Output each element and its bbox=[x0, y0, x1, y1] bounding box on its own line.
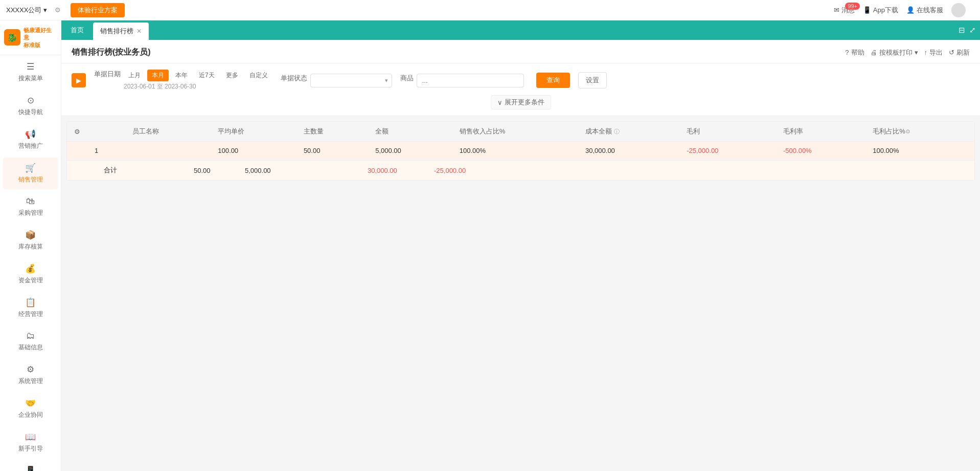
logo-text: 畅康通好生意标准版 bbox=[24, 27, 57, 49]
settings-icon[interactable]: ⚙ bbox=[51, 4, 64, 17]
refresh-icon: ↺ bbox=[949, 49, 954, 56]
online-service-button[interactable]: 👤 在线客服 bbox=[906, 6, 943, 15]
layout: 🐉 畅康通好生意标准版 ☰ 搜索菜单 ⊙ 快捷导航 📢 营销推广 🛒 销售管理 … bbox=[0, 20, 980, 471]
basic-icon: 🗂 bbox=[26, 331, 35, 341]
status-filter-group: 单据状态 bbox=[281, 74, 392, 87]
app-icon: 📱 bbox=[863, 6, 871, 14]
marketing-icon: 📢 bbox=[25, 129, 36, 140]
help-button[interactable]: ? 帮助 bbox=[845, 48, 864, 57]
sidebar: 🐉 畅康通好生意标准版 ☰ 搜索菜单 ⊙ 快捷导航 📢 营销推广 🛒 销售管理 … bbox=[0, 20, 61, 471]
status-select[interactable] bbox=[310, 74, 392, 87]
table-head: ⚙ 员工名称 平均单价 主数量 全额 销售收入占比% 成本全额 ⓘ 毛利 毛利率 bbox=[67, 122, 974, 142]
profit-pct-icon: ⚙ bbox=[905, 128, 910, 134]
th-qty: 主数量 bbox=[297, 122, 368, 142]
sidebar-item-system[interactable]: ⚙ 系统管理 bbox=[3, 359, 58, 391]
footer-amount: 5,000.00 bbox=[238, 167, 299, 174]
footer-profit: -25,000.00 bbox=[427, 167, 488, 174]
message-button[interactable]: ✉ 消息 99+ bbox=[834, 6, 855, 15]
th-profit-rate: 毛利率 bbox=[776, 122, 865, 142]
sidebar-item-finance[interactable]: 💰 资金管理 bbox=[3, 258, 58, 290]
th-amount: 全额 bbox=[368, 122, 452, 142]
expand-more-btn[interactable]: ∨ 展开更多条件 bbox=[491, 95, 551, 109]
query-button[interactable]: 查询 bbox=[536, 73, 570, 88]
table-header-row: ⚙ 员工名称 平均单价 主数量 全额 销售收入占比% 成本全额 ⓘ 毛利 毛利率 bbox=[67, 122, 974, 142]
th-avg-price: 平均单价 bbox=[211, 122, 297, 142]
sidebar-item-quick[interactable]: ⊙ 快捷导航 bbox=[3, 90, 58, 122]
filter-row: ▶ 单据日期 上月 本月 本年 近7天 更多 自定义 bbox=[72, 70, 970, 91]
avatar[interactable] bbox=[951, 3, 966, 17]
page-title: 销售排行榜(按业务员) bbox=[72, 47, 151, 58]
th-rank bbox=[87, 122, 125, 142]
table-container: ⚙ 员工名称 平均单价 主数量 全额 销售收入占比% 成本全额 ⓘ 毛利 毛利率 bbox=[66, 121, 975, 181]
app-label: App下载 bbox=[873, 6, 898, 15]
main-content: 首页 销售排行榜 ✕ ⊟ ⤢ 销售排行榜(按业务员) ? 帮助 bbox=[61, 20, 980, 471]
table-footer: 合计 50.00 5,000.00 30,000.00 -25,000.00 bbox=[67, 160, 974, 180]
message-icon: ✉ bbox=[834, 6, 839, 14]
td-cost: 30,000.00 bbox=[578, 142, 679, 160]
message-badge: 99+ bbox=[845, 3, 860, 10]
tab-sales-ranking-label: 销售排行榜 bbox=[100, 27, 133, 36]
sidebar-item-purchase[interactable]: 🛍 采购管理 bbox=[3, 191, 58, 222]
print-dropdown-icon: ▾ bbox=[915, 49, 918, 56]
sidebar-item-search[interactable]: ☰ 搜索菜单 bbox=[3, 56, 58, 88]
sales-icon: 🛒 bbox=[25, 163, 36, 173]
td-settings bbox=[67, 142, 87, 160]
sidebar-item-sales[interactable]: 🛒 销售管理 bbox=[3, 158, 58, 189]
date-tab-custom[interactable]: 自定义 bbox=[245, 70, 272, 81]
sidebar-item-basic[interactable]: 🗂 基础信息 bbox=[3, 326, 58, 357]
top-bar-right: ✉ 消息 99+ 📱 App下载 👤 在线客服 bbox=[834, 3, 974, 17]
enterprise-icon: 🤝 bbox=[25, 398, 36, 409]
company-selector[interactable]: XXXXX公司 ▾ bbox=[6, 6, 47, 15]
goods-label: 商品 bbox=[400, 74, 414, 83]
apps-icon: 📱 bbox=[25, 465, 36, 471]
sidebar-item-marketing[interactable]: 📢 营销推广 bbox=[3, 124, 58, 155]
date-label: 单据日期 bbox=[94, 70, 121, 79]
td-amount: 5,000.00 bbox=[368, 142, 452, 160]
filter-toggle-btn[interactable]: ▶ bbox=[72, 73, 86, 87]
goods-input[interactable] bbox=[417, 74, 524, 87]
sidebar-item-operations[interactable]: 📋 经营管理 bbox=[3, 292, 58, 324]
app-download-button[interactable]: 📱 App下载 bbox=[863, 6, 898, 15]
refresh-button[interactable]: ↺ 刷新 bbox=[949, 48, 970, 57]
th-employee: 员工名称 bbox=[125, 122, 211, 142]
export-button[interactable]: ↑ 导出 bbox=[924, 48, 943, 57]
sidebar-item-enterprise[interactable]: 🤝 企业协同 bbox=[3, 393, 58, 424]
sidebar-logo: 🐉 畅康通好生意标准版 bbox=[0, 20, 61, 55]
sidebar-item-finance-label: 资金管理 bbox=[18, 276, 43, 285]
td-qty: 50.00 bbox=[297, 142, 368, 160]
date-tab-more[interactable]: 更多 bbox=[221, 70, 243, 81]
date-tab-thismonth[interactable]: 本月 bbox=[147, 70, 169, 81]
tab-sales-ranking[interactable]: 销售排行榜 ✕ bbox=[93, 23, 149, 40]
tab-expand-icon[interactable]: ⤢ bbox=[969, 26, 976, 35]
search-menu-icon: ☰ bbox=[27, 61, 34, 72]
td-profit-rate: -500.00% bbox=[776, 142, 865, 160]
th-profit-pct: 毛利占比%⚙ bbox=[865, 122, 974, 142]
settings-button[interactable]: 设置 bbox=[578, 72, 607, 88]
tab-close-icon[interactable]: ✕ bbox=[136, 28, 142, 35]
table-row: 1 100.00 50.00 5,000.00 100.00% 30,000.0… bbox=[67, 142, 974, 160]
trial-button[interactable]: 体验行业方案 bbox=[71, 3, 125, 17]
sidebar-item-sales-label: 销售管理 bbox=[18, 175, 43, 184]
inventory-icon: 📦 bbox=[25, 230, 36, 240]
date-tabs: 上月 本月 本年 近7天 更多 自定义 bbox=[124, 70, 272, 81]
expand-more-label: 展开更多条件 bbox=[505, 98, 544, 107]
date-tab-thisyear[interactable]: 本年 bbox=[171, 70, 192, 81]
tab-bar: 首页 销售排行榜 ✕ ⊟ ⤢ bbox=[61, 20, 980, 40]
service-icon: 👤 bbox=[906, 6, 915, 14]
table-wrap: ⚙ 员工名称 平均单价 主数量 全额 销售收入占比% 成本全额 ⓘ 毛利 毛利率 bbox=[67, 122, 974, 160]
date-tab-7days[interactable]: 近7天 bbox=[194, 70, 219, 81]
tab-home[interactable]: 首页 bbox=[61, 20, 93, 40]
filter-area: ▶ 单据日期 上月 本月 本年 近7天 更多 自定义 bbox=[61, 63, 980, 116]
tab-minimize-icon[interactable]: ⊟ bbox=[959, 26, 965, 35]
footer-cost: 30,000.00 bbox=[360, 167, 427, 174]
expand-more-icon: ∨ bbox=[497, 99, 503, 106]
date-tab-lastmonth[interactable]: 上月 bbox=[124, 70, 145, 81]
sidebar-item-apps[interactable]: 📱 应用中心 bbox=[3, 460, 58, 471]
td-avg-price: 100.00 bbox=[211, 142, 297, 160]
page-header: 销售排行榜(按业务员) ? 帮助 🖨 按模板打印 ▾ ↑ 导出 bbox=[61, 40, 980, 63]
print-button[interactable]: 🖨 按模板打印 ▾ bbox=[871, 48, 918, 57]
th-revenue-pct: 销售收入占比% bbox=[452, 122, 578, 142]
operations-icon: 📋 bbox=[25, 297, 36, 308]
sidebar-item-inventory[interactable]: 📦 库存核算 bbox=[3, 225, 58, 256]
sidebar-item-guide[interactable]: 📖 新手引导 bbox=[3, 427, 58, 458]
